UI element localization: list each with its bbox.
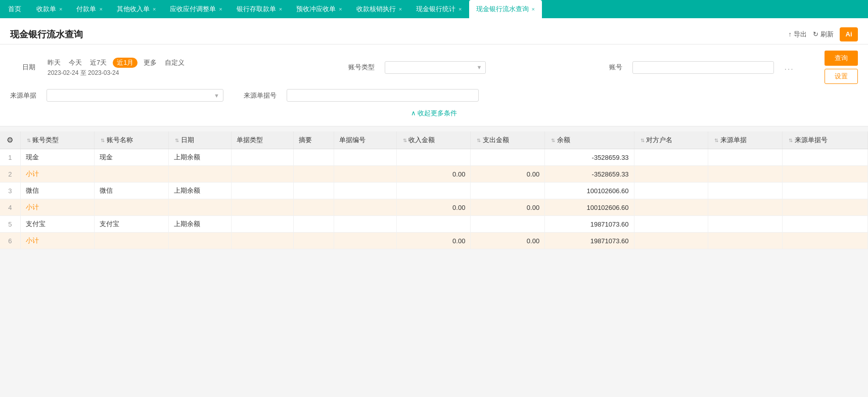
table-area: ⚙ ⇅ 账号类型 ⇅ 账号名称 ⇅ 日期 单据类型 摘要 单据编号 ⇅ 收入金额… — [0, 131, 868, 249]
filter-row-source: 来源单据 ▼ 来源单据号 — [10, 89, 858, 102]
date-btn-custom[interactable]: 自定义 — [163, 58, 187, 68]
table-cell — [231, 183, 294, 199]
table-cell: 小计 — [20, 233, 95, 249]
table-row: 3微信微信上期余额100102606.60 — [0, 183, 868, 199]
data-table: ⚙ ⇅ 账号类型 ⇅ 账号名称 ⇅ 日期 单据类型 摘要 单据编号 ⇅ 收入金额… — [0, 131, 868, 249]
table-cell — [231, 199, 294, 216]
header-actions: ↑ 导出 ↻ 刷新 Ai — [789, 27, 858, 41]
table-cell — [634, 216, 708, 233]
sort-icon[interactable]: ⇅ — [175, 138, 179, 143]
account-no-dots[interactable]: ... — [784, 63, 794, 72]
nav-tab-cash-bank-stats[interactable]: 现金银行统计 × — [409, 0, 469, 18]
nav-home[interactable]: 首页 — [0, 0, 29, 18]
table-cell — [783, 233, 868, 249]
date-shortcuts: 昨天 今天 近7天 近1月 更多 自定义 2023-02-24 至 2023-0… — [45, 58, 187, 77]
col-account-name: ⇅ 账号名称 — [95, 131, 169, 149]
table-cell — [471, 216, 545, 233]
close-icon[interactable]: × — [99, 6, 102, 12]
nav-tab-cash-bank-flow[interactable]: 现金银行流水查询 × — [469, 0, 542, 18]
settings-button[interactable]: 设置 — [825, 69, 858, 84]
table-cell: 现金 — [20, 149, 95, 166]
nav-tab-prepayment[interactable]: 预收冲应收单 × — [289, 0, 349, 18]
refresh-button[interactable]: ↻ 刷新 — [813, 30, 834, 39]
table-cell — [95, 166, 169, 183]
table-cell — [396, 149, 471, 166]
close-icon[interactable]: × — [59, 6, 62, 12]
account-no-input[interactable] — [632, 61, 774, 74]
col-expense: ⇅ 支出金额 — [471, 131, 545, 149]
nav-tab-other-income[interactable]: 其他收入单 × — [110, 0, 163, 18]
date-btn-today[interactable]: 今天 — [67, 58, 84, 68]
sort-icon[interactable]: ⇅ — [789, 138, 793, 143]
close-icon[interactable]: × — [153, 6, 156, 12]
gear-column-header[interactable]: ⚙ — [0, 131, 20, 149]
source-doc-no-input[interactable] — [287, 89, 479, 102]
table-cell — [708, 166, 783, 183]
date-btn-7days[interactable]: 近7天 — [88, 58, 109, 68]
query-button[interactable]: 查询 — [825, 51, 858, 66]
col-counter-party: ⇅ 对方户名 — [634, 131, 708, 149]
table-cell — [294, 216, 334, 233]
col-doc-type: 单据类型 — [231, 131, 294, 149]
close-icon[interactable]: × — [399, 6, 402, 12]
table-cell: 19871073.60 — [545, 233, 634, 249]
col-account-type: ⇅ 账号类型 — [20, 131, 95, 149]
source-doc-select-wrap: ▼ — [47, 89, 223, 102]
ai-badge[interactable]: Ai — [840, 27, 858, 41]
collapse-icon: ∧ — [411, 109, 416, 117]
close-icon[interactable]: × — [279, 6, 282, 12]
close-icon[interactable]: × — [219, 6, 222, 12]
table-cell — [169, 199, 232, 216]
source-doc-select[interactable] — [47, 89, 223, 102]
table-cell: 6 — [0, 233, 20, 249]
export-icon: ↑ — [789, 30, 792, 38]
nav-tab-receipts[interactable]: 收款单 × — [29, 0, 69, 18]
date-btn-more[interactable]: 更多 — [142, 58, 159, 68]
col-source-doc: ⇅ 来源单据 — [708, 131, 783, 149]
col-source-doc-no: ⇅ 来源单据号 — [783, 131, 868, 149]
table-row: 6小计0.000.0019871073.60 — [0, 233, 868, 249]
table-cell: 0.00 — [396, 199, 471, 216]
table-cell: 小计 — [20, 199, 95, 216]
sort-icon[interactable]: ⇅ — [551, 138, 555, 143]
table-cell: 5 — [0, 216, 20, 233]
col-doc-no: 单据编号 — [334, 131, 396, 149]
nav-tab-collection-exec[interactable]: 收款核销执行 × — [349, 0, 409, 18]
sort-icon[interactable]: ⇅ — [641, 138, 645, 143]
nav-tab-payments[interactable]: 付款单 × — [69, 0, 109, 18]
sort-icon[interactable]: ⇅ — [477, 138, 481, 143]
sort-icon[interactable]: ⇅ — [101, 138, 105, 143]
table-cell: 0.00 — [471, 166, 545, 183]
table-row: 2小计0.000.00-3528659.33 — [0, 166, 868, 183]
table-cell: 0.00 — [471, 233, 545, 249]
table-cell — [396, 216, 471, 233]
sort-icon[interactable]: ⇅ — [714, 138, 718, 143]
nav-tab-ar-ap-adjust[interactable]: 应收应付调整单 × — [163, 0, 229, 18]
account-type-select[interactable] — [385, 61, 486, 74]
table-cell: 3 — [0, 183, 20, 199]
table-cell — [95, 233, 169, 249]
table-cell: 4 — [0, 199, 20, 216]
table-cell: 上期余额 — [169, 216, 232, 233]
account-type-label: 账号类型 — [348, 63, 375, 72]
table-cell: 上期余额 — [169, 183, 232, 199]
table-row: 4小计0.000.00100102606.60 — [0, 199, 868, 216]
date-btn-1month[interactable]: 近1月 — [113, 58, 138, 68]
table-cell — [471, 183, 545, 199]
top-nav: 首页 收款单 × 付款单 × 其他收入单 × 应收应付调整单 × 银行存取款单 … — [0, 0, 868, 18]
table-cell — [783, 183, 868, 199]
table-cell: 100102606.60 — [545, 199, 634, 216]
source-doc-label: 来源单据 — [10, 91, 36, 100]
table-cell: 0.00 — [471, 199, 545, 216]
close-icon[interactable]: × — [339, 6, 342, 12]
collapse-bar[interactable]: ∧ 收起更多条件 — [10, 107, 858, 120]
table-cell — [334, 166, 396, 183]
export-button[interactable]: ↑ 导出 — [789, 30, 807, 39]
close-icon[interactable]: × — [532, 6, 535, 12]
sort-icon[interactable]: ⇅ — [27, 138, 31, 143]
nav-tab-bank-deposit[interactable]: 银行存取款单 × — [230, 0, 289, 18]
close-icon[interactable]: × — [459, 6, 462, 12]
sort-icon[interactable]: ⇅ — [403, 138, 407, 143]
date-range: 2023-02-24 至 2023-03-24 — [48, 69, 187, 77]
date-btn-yesterday[interactable]: 昨天 — [45, 58, 63, 68]
